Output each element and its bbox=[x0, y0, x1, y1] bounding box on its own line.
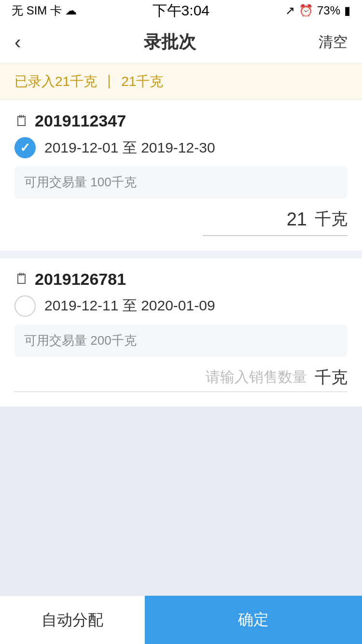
batch-input-section: 请输入销售数量 千克 bbox=[0, 357, 362, 407]
status-bar: 无 SIM 卡 ☁ 下午3:04 ↗ ⏰ 73% ▮ bbox=[0, 0, 362, 21]
quantity-value: 21 bbox=[287, 209, 307, 230]
confirm-button[interactable]: 确定 bbox=[145, 596, 362, 644]
batch-doc-icon: 🗒 bbox=[14, 113, 29, 129]
alarm-icon: ⏰ bbox=[299, 4, 313, 17]
quantity-unit: 千克 bbox=[315, 208, 348, 230]
batch-doc-icon-2: 🗒 bbox=[14, 271, 29, 287]
batch-date: 2019-12-01 至 2019-12-30 bbox=[44, 138, 215, 158]
auto-distribute-button[interactable]: 自动分配 bbox=[0, 596, 145, 644]
summary-value: 21千克 bbox=[121, 72, 163, 91]
back-button[interactable]: ‹ bbox=[14, 31, 21, 53]
batch-separator bbox=[0, 251, 362, 258]
batch-header: 🗒 2019112347 bbox=[14, 112, 348, 130]
summary-recorded: 已录入21千克 bbox=[14, 72, 97, 91]
nav-bar: ‹ 录批次 清空 bbox=[0, 21, 362, 64]
batch-id-2: 2019126781 bbox=[35, 270, 126, 289]
summary-divider bbox=[109, 75, 110, 88]
batch-quantity-section: 21 千克 bbox=[0, 198, 362, 236]
input-underline bbox=[14, 392, 348, 392]
batch-header-2: 🗒 2019126781 bbox=[14, 270, 348, 289]
status-time: 下午3:04 bbox=[153, 1, 209, 21]
input-unit: 千克 bbox=[315, 366, 348, 389]
quantity-row: 21 千克 bbox=[0, 198, 362, 230]
batch-list: 🗒 2019112347 2019-12-01 至 2019-12-30 可用交… bbox=[0, 100, 362, 406]
batch-item-2: 🗒 2019126781 2019-12-11 至 2020-01-09 可用交… bbox=[0, 258, 362, 357]
batch-date-row-2[interactable]: 2019-12-11 至 2020-01-09 bbox=[14, 295, 348, 317]
gray-area bbox=[0, 406, 362, 619]
status-left: 无 SIM 卡 ☁ bbox=[12, 3, 77, 18]
main-content: 已录入21千克 21千克 🗒 2019112347 2019-12-01 至 2… bbox=[0, 64, 362, 644]
summary-bar: 已录入21千克 21千克 bbox=[0, 64, 362, 100]
no-sim-text: 无 SIM 卡 ☁ bbox=[12, 3, 77, 18]
quantity-input-placeholder: 请输入销售数量 bbox=[206, 367, 307, 387]
quantity-underline bbox=[203, 235, 348, 236]
status-right: ↗ ⏰ 73% ▮ bbox=[285, 4, 350, 17]
clear-button[interactable]: 清空 bbox=[319, 32, 348, 52]
batch-id: 2019112347 bbox=[35, 112, 126, 130]
location-icon: ↗ bbox=[285, 4, 295, 17]
batch-item: 🗒 2019112347 2019-12-01 至 2019-12-30 可用交… bbox=[0, 100, 362, 198]
batch-date-row[interactable]: 2019-12-01 至 2019-12-30 bbox=[14, 137, 348, 158]
batch-radio-unselected[interactable] bbox=[14, 295, 36, 317]
battery-text: 73% bbox=[317, 4, 340, 17]
battery-icon: ▮ bbox=[344, 4, 350, 17]
bottom-bar: 自动分配 确定 bbox=[0, 596, 362, 644]
batch-radio-selected[interactable] bbox=[14, 137, 36, 158]
page-title: 录批次 bbox=[144, 30, 196, 54]
input-row[interactable]: 请输入销售数量 千克 bbox=[0, 357, 362, 389]
batch-available: 可用交易量 100千克 bbox=[14, 166, 348, 198]
batch-available-2: 可用交易量 200千克 bbox=[14, 324, 348, 357]
batch-date-2: 2019-12-11 至 2020-01-09 bbox=[44, 296, 215, 316]
